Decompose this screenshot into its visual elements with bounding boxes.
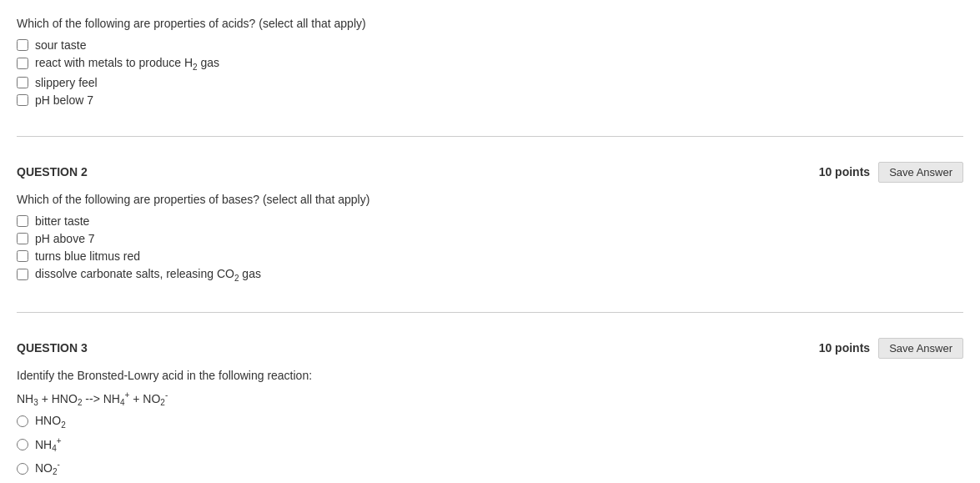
q2-option-4-label: dissolve carbonate salts, releasing CO2 …: [35, 267, 261, 283]
q1-option-4-label: pH below 7: [35, 93, 93, 107]
q3-header: QUESTION 3 10 points Save Answer: [17, 338, 963, 359]
q3-option-3-label: NO2-: [35, 460, 60, 476]
q2-points: 10 points: [819, 165, 870, 179]
question-2-block: QUESTION 2 10 points Save Answer Which o…: [17, 153, 963, 295]
q2-checkbox-3[interactable]: [17, 250, 28, 262]
q1-option-3: slippery feel: [17, 76, 963, 89]
q3-save-button[interactable]: Save Answer: [878, 338, 963, 359]
q2-header: QUESTION 2 10 points Save Answer: [17, 162, 963, 183]
q2-save-button[interactable]: Save Answer: [878, 162, 963, 183]
question-3-block: QUESTION 3 10 points Save Answer Identif…: [17, 330, 963, 483]
q2-option-3: turns blue litmus red: [17, 249, 963, 263]
q2-option-1: bitter taste: [17, 214, 963, 228]
q3-radio-1[interactable]: [17, 415, 28, 427]
q1-checkbox-2[interactable]: [17, 58, 28, 69]
q2-option-1-label: bitter taste: [35, 214, 89, 228]
q2-options-list: bitter taste pH above 7 turns blue litmu…: [17, 214, 963, 283]
q1-checkbox-1[interactable]: [17, 39, 28, 51]
q2-checkbox-2[interactable]: [17, 233, 28, 244]
q2-title: QUESTION 2: [17, 165, 88, 179]
q1-option-4: pH below 7: [17, 93, 963, 107]
q1-option-1-label: sour taste: [35, 38, 86, 52]
q1-options-list: sour taste react with metals to produce …: [17, 38, 963, 107]
q3-options-list: HNO2 NH4+ NO2- NH3: [17, 414, 963, 483]
q2-option-2-label: pH above 7: [35, 232, 95, 245]
q3-radio-2[interactable]: [17, 439, 28, 450]
page-container: Which of the following are properties of…: [0, 0, 980, 483]
q3-points: 10 points: [819, 341, 870, 355]
q3-option-1-label: HNO2: [35, 414, 66, 430]
q3-question-text: Identify the Bronsted-Lowry acid in the …: [17, 369, 963, 382]
q3-option-3: NO2-: [17, 460, 963, 476]
q3-radio-3[interactable]: [17, 463, 28, 475]
q1-option-3-label: slippery feel: [35, 76, 98, 89]
divider-2: [17, 312, 963, 313]
q3-reaction: NH3 + HNO2 --> NH4+ + NO2-: [17, 390, 963, 407]
q2-option-4: dissolve carbonate salts, releasing CO2 …: [17, 267, 963, 283]
q2-meta: 10 points Save Answer: [819, 162, 963, 183]
q2-question-text: Which of the following are properties of…: [17, 193, 963, 206]
q2-checkbox-4[interactable]: [17, 269, 28, 280]
q2-checkbox-1[interactable]: [17, 215, 28, 227]
q1-option-2-label: react with metals to produce H2 gas: [35, 56, 219, 72]
q3-meta: 10 points Save Answer: [819, 338, 963, 359]
q1-checkbox-3[interactable]: [17, 77, 28, 88]
q3-option-2-label: NH4+: [35, 436, 62, 453]
q3-option-2: NH4+: [17, 436, 963, 453]
divider-1: [17, 136, 963, 137]
q1-option-1: sour taste: [17, 38, 963, 52]
q3-title: QUESTION 3: [17, 341, 88, 355]
q2-option-2: pH above 7: [17, 232, 963, 245]
question-1-block: Which of the following are properties of…: [17, 8, 963, 119]
q1-option-2: react with metals to produce H2 gas: [17, 56, 963, 72]
q1-checkbox-4[interactable]: [17, 94, 28, 106]
q1-question-text: Which of the following are properties of…: [17, 17, 963, 30]
q2-option-3-label: turns blue litmus red: [35, 249, 140, 263]
q3-option-1: HNO2: [17, 414, 963, 430]
